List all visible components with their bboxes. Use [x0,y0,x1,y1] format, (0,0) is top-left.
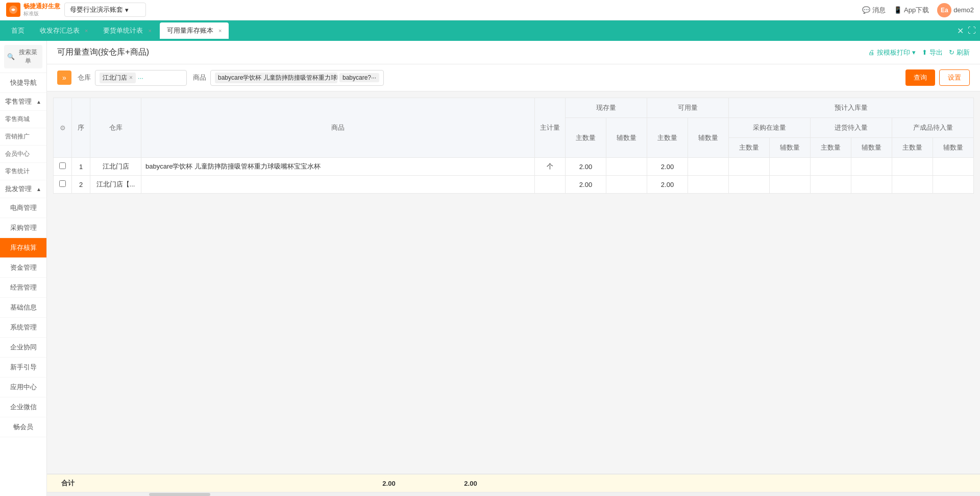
sidebar-item-inventory-check[interactable]: 库存核算 [0,238,46,258]
sidebar-item-purchase-mgmt[interactable]: 采购管理 [0,218,46,238]
main-layout: 🔍 搜索菜单 快捷导航 零售管理 ▲ 零售商城 营销推广 会员中心 零售统计 批… [0,41,980,496]
sidebar-item-wholesale-mgmt[interactable]: 批发管理 ▲ [0,180,46,198]
row-1-stock-main: 2.00 [566,176,606,194]
product-tag-2: babycare?··· [339,73,379,82]
sidebar-item-vip-member[interactable]: 畅会员 [0,417,46,437]
row-0-production-aux [933,158,974,176]
row-0-no: 1 [72,158,90,176]
col-inbound-main-header: 主数量 [811,138,851,158]
warehouse-filter-input[interactable]: 江北门店 × ··· [95,70,187,86]
sidebar-item-new-guide[interactable]: 新手引导 [0,358,46,377]
topbar: 畅捷通好生意 标准版 母婴行业演示账套 ▾ 💬 消息 📱 App下载 Ea de… [0,0,980,20]
topbar-left: 畅捷通好生意 标准版 母婴行业演示账套 ▾ [6,3,146,17]
table-row: 2 江北门店【... 2.00 2.00 [54,176,974,194]
sidebar-item-member-center[interactable]: 会员中心 [0,146,46,163]
sidebar-search-area: 🔍 搜索菜单 [0,41,46,73]
filter-expand-btn[interactable]: » [57,70,71,85]
sidebar-item-sys-mgmt[interactable]: 系统管理 [0,318,46,338]
sidebar-item-enterprise-wechat[interactable]: 企业微信 [0,397,46,417]
col-stock-group-header: 现存量 [566,98,647,118]
print-dropdown-icon: ▾ [912,49,916,56]
col-warehouse-header: 仓库 [90,98,141,158]
retail-mgmt-arrow: ▲ [36,99,41,105]
template-print-btn[interactable]: 🖨 按模板打印 ▾ [868,48,916,57]
message-btn[interactable]: 💬 消息 [862,6,886,15]
table-row: 1 江北门店 babycare学饮杯 儿童防摔防撞吸管杯重力球吸嘴杯宝宝水杯 个… [54,158,974,176]
row-0-stock-aux [606,158,647,176]
print-icon: 🖨 [868,49,875,56]
tab1-close[interactable]: × [85,28,88,34]
warehouse-tag: 江北门店 × [100,73,136,83]
row-checkbox[interactable] [59,162,66,169]
tab-available-inventory[interactable]: 可用量库存账本 × [160,22,229,39]
col-available-group-header: 可用量 [647,98,729,118]
warehouse-more[interactable]: ··· [138,74,143,82]
sidebar-item-app-center[interactable]: 应用中心 [0,377,46,397]
page-actions: 🖨 按模板打印 ▾ ⬆ 导出 ↻ 刷新 [868,48,970,57]
user-area[interactable]: Ea demo2 [937,3,974,17]
sidebar-item-retail-stats[interactable]: 零售统计 [0,163,46,180]
filter-area: » 仓库 江北门店 × ··· 商品 babycare学饮杯 儿童防摔防撞吸管杯… [47,64,980,91]
page-header: 可用量查询(按仓库+商品) 🖨 按模板打印 ▾ ⬆ 导出 ↻ 刷新 [47,41,980,64]
maximize-btn[interactable]: ⛶ [968,26,976,35]
query-button[interactable]: 查询 [905,69,935,86]
app-download-btn[interactable]: 📱 App下载 [894,6,929,15]
table-area: ⚙ 序 仓库 商品 主计量 现存量 可用量 预计入库量 主数量 辅 [47,91,980,474]
close-window-btn[interactable]: ✕ [957,26,964,36]
row-1-product [141,176,535,194]
col-settings-header[interactable]: ⚙ [54,98,72,158]
sidebar-item-retail-mgmt[interactable]: 零售管理 ▲ [0,93,46,111]
column-settings-icon[interactable]: ⚙ [60,124,66,132]
col-product-header: 商品 [141,98,535,158]
tab3-close[interactable]: × [218,28,222,34]
row-0-stock-main: 2.00 [566,158,606,176]
total-label: 合计 [57,479,159,488]
topbar-right: 💬 消息 📱 App下载 Ea demo2 [862,3,974,17]
sidebar-item-finance-mgmt[interactable]: 资金管理 [0,258,46,278]
col-unit-header: 主计量 [535,98,566,158]
sidebar-item-shortcut[interactable]: 快捷导航 [0,73,46,93]
horizontal-scrollbar[interactable] [47,492,980,496]
warehouse-filter-label: 仓库 [78,73,91,82]
col-purchase-aux-header: 辅数量 [770,138,811,158]
nav-tabs: 首页 收发存汇总表 × 要货单统计表 × 可用量库存账本 × ✕ ⛶ [0,20,980,41]
sidebar-item-ecom-mgmt[interactable]: 电商管理 [0,198,46,218]
sidebar-item-basic-info[interactable]: 基础信息 [0,298,46,318]
sidebar-item-ops-mgmt[interactable]: 经营管理 [0,278,46,298]
col-inbound-group-header: 进货待入量 [811,118,892,138]
row-1-no: 2 [72,176,90,194]
sidebar-item-enterprise[interactable]: 企业协同 [0,338,46,358]
row-1-select[interactable] [54,176,72,194]
product-filter-input[interactable]: babycare学饮杯 儿童防摔防撞吸管杯重力球吸嘴杯宝宝水杯 × babyca… [210,70,384,86]
total-stock-main: 2.00 [369,480,409,487]
row-1-purchase-main [729,176,770,194]
logo-area: 畅捷通好生意 标准版 [6,3,60,17]
org-selector[interactable]: 母婴行业演示账套 ▾ [64,3,146,17]
expand-icon: » [62,74,66,82]
warehouse-tag-delete[interactable]: × [129,74,133,81]
sidebar-item-marketing[interactable]: 营销推广 [0,128,46,146]
row-checkbox[interactable] [59,180,66,187]
tab2-close[interactable]: × [148,28,151,34]
tab-order-stats[interactable]: 要货单统计表 × [96,22,158,39]
row-0-select[interactable] [54,158,72,176]
refresh-btn[interactable]: ↻ 刷新 [949,48,970,57]
col-stock-aux-header: 辅数量 [606,118,647,158]
export-btn[interactable]: ⬆ 导出 [922,48,943,57]
tab-home[interactable]: 首页 [4,22,32,39]
product-filter-label: 商品 [193,73,206,82]
col-no-header: 序 [72,98,90,158]
tab-receive-summary[interactable]: 收发存汇总表 × [33,22,95,39]
avatar: Ea [937,3,951,17]
search-menu-btn[interactable]: 🔍 搜索菜单 [4,45,42,68]
col-production-aux-header: 辅数量 [933,138,974,158]
product-tag-1: babycare学饮杯 儿童防摔防撞吸管杯重力球吸嘴杯宝宝水杯 × [215,73,337,83]
setting-button[interactable]: 设置 [939,69,970,86]
content-area: 可用量查询(按仓库+商品) 🖨 按模板打印 ▾ ⬆ 导出 ↻ 刷新 [47,41,980,496]
table-body: 1 江北门店 babycare学饮杯 儿童防摔防撞吸管杯重力球吸嘴杯宝宝水杯 个… [54,158,974,194]
row-1-purchase-aux [770,176,811,194]
col-available-main-header: 主数量 [647,118,688,158]
page-title: 可用量查询(按仓库+商品) [57,47,149,58]
sidebar-item-retail-mall[interactable]: 零售商城 [0,111,46,128]
org-dropdown-icon: ▾ [125,6,129,14]
